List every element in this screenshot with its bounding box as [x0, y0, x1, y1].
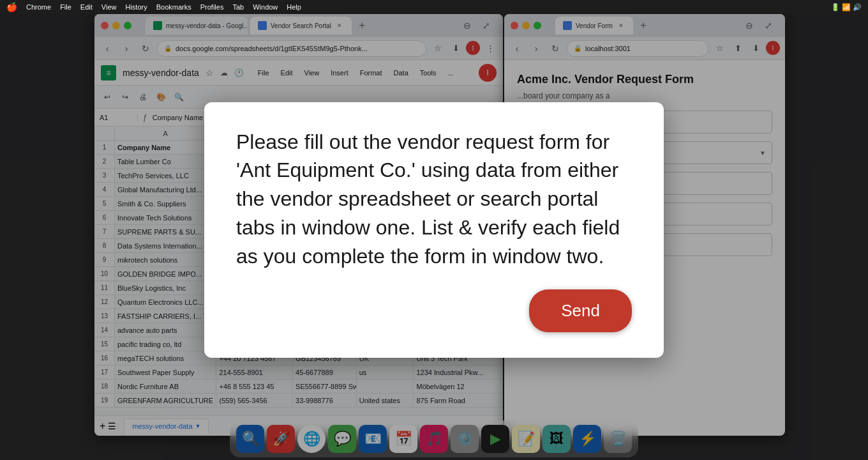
history-menu[interactable]: History [125, 3, 147, 11]
edit-menu[interactable]: Edit [80, 3, 93, 11]
file-menu[interactable]: File [60, 3, 71, 11]
apple-menu-icon[interactable]: 🍎 [6, 2, 17, 12]
modal-overlay: Please fill out the vendor request form … [0, 0, 868, 460]
view-menu[interactable]: View [101, 3, 117, 11]
help-menu[interactable]: Help [287, 3, 301, 11]
bookmarks-menu[interactable]: Bookmarks [156, 3, 191, 11]
modal-dialog: Please fill out the vendor request form … [204, 102, 664, 358]
modal-actions: Send [236, 289, 632, 332]
menubar-right: 🔋 📶 🔊 [831, 3, 862, 12]
chrome-menu[interactable]: Chrome [26, 3, 51, 11]
menubar: 🍎 Chrome File Edit View History Bookmark… [0, 0, 868, 14]
profiles-menu[interactable]: Profiles [200, 3, 224, 11]
send-button[interactable]: Send [529, 289, 632, 332]
menubar-time: 🔋 📶 🔊 [831, 3, 862, 12]
modal-message: Please fill out the vendor request form … [236, 128, 632, 271]
window-menu[interactable]: Window [253, 3, 278, 11]
tab-menu[interactable]: Tab [232, 3, 244, 11]
